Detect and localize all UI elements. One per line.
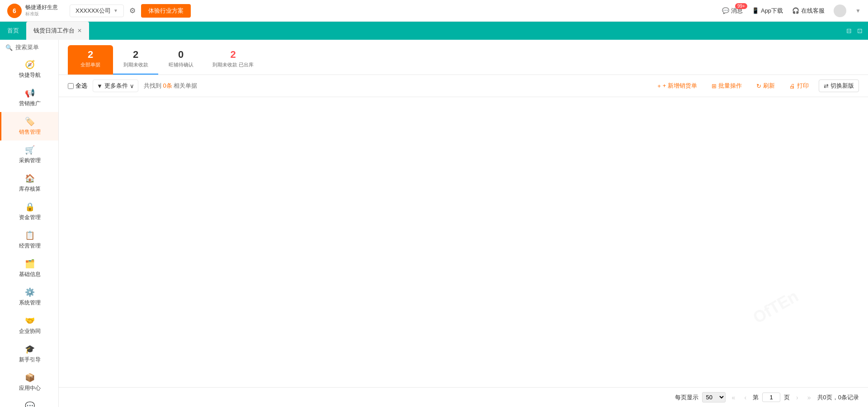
select-all-checkbox[interactable]: 全选 (68, 82, 87, 90)
toolbar-right: + + 新增销货单 ⊞ 批量操作 ↻ 刷新 🖨 打印 ⇄ 切换新版 (653, 80, 859, 92)
switch-version-button[interactable]: ⇄ 切换新版 (819, 80, 859, 92)
select-all-label: 全选 (75, 82, 87, 90)
service-icon: 🎧 (792, 7, 799, 14)
found-prefix: 共找到 (144, 82, 161, 89)
pagination: 每页显示 50 100 « ‹ 第 页 › » 共0页，0条记录 (59, 387, 868, 407)
print-btn-label: 打印 (797, 82, 809, 90)
sales-icon: 🏷️ (25, 117, 35, 126)
trial-button[interactable]: 体验行业方案 (141, 4, 191, 18)
sidebar-item-marketing[interactable]: 📢 营销推广 (0, 84, 58, 112)
tab-home-label: 首页 (7, 27, 19, 35)
user-name[interactable]: ▼ (855, 8, 861, 14)
purchase-icon: 🛒 (25, 145, 35, 155)
company-name: XXXXXX公司 (75, 7, 111, 15)
sidebar-item-guide-label: 新手引导 (19, 356, 41, 364)
sidebar-item-purchase[interactable]: 🛒 采购管理 (0, 140, 58, 169)
page-size-label: 每页显示 (675, 393, 698, 402)
avatar[interactable] (834, 5, 846, 17)
page-label: 第 (753, 393, 759, 402)
sidebar-search[interactable]: 🔍 搜索菜单 (0, 40, 58, 55)
capital-icon: 🔒 (25, 202, 35, 212)
sidebar-item-system[interactable]: ⚙️ 系统管理 (0, 283, 58, 311)
basic-info-icon: 🗂️ (25, 259, 35, 269)
download-icon: 📱 (752, 7, 759, 14)
summary-tab-all[interactable]: 2 全部单据 (68, 45, 113, 75)
tab-home[interactable]: 首页 (0, 22, 26, 40)
filter-icon: ▼ (97, 83, 103, 89)
page-size-select[interactable]: 50 100 (702, 392, 726, 402)
enterprise-icon: 🤝 (25, 316, 35, 326)
close-tab-icon[interactable]: ✕ (77, 28, 82, 34)
marketing-icon: 📢 (25, 88, 35, 98)
enterprise-wx-icon: 💬 (25, 401, 35, 407)
prev-page-button[interactable]: ‹ (741, 393, 749, 402)
next-page-button[interactable]: › (793, 393, 801, 402)
tab-work-bench-label: 钱货日清工作台 (33, 27, 75, 35)
message-button[interactable]: 💬 消息 99+ (722, 7, 743, 15)
tab-all-count: 2 (77, 49, 104, 61)
sidebar-item-basic-info-label: 基础信息 (19, 271, 41, 278)
refresh-button[interactable]: ↻ 刷新 (752, 80, 779, 92)
found-suffix: 相关单据 (174, 82, 197, 89)
print-button[interactable]: 🖨 打印 (785, 80, 813, 92)
refresh-icon: ↻ (756, 83, 761, 89)
tab-overdue-shipped-label: 到期未收款 已出库 (212, 61, 254, 68)
print-icon: 🖨 (789, 83, 795, 89)
sidebar-item-enterprise-label: 企业协同 (19, 327, 41, 335)
select-all-input[interactable] (68, 83, 74, 89)
add-sales-order-button[interactable]: + + 新增销货单 (653, 80, 702, 92)
chevron-down-icon: ▼ (113, 8, 118, 13)
app-download-label: App下载 (761, 7, 783, 15)
message-icon: 💬 (722, 7, 729, 14)
sidebar-item-enterprise[interactable]: 🤝 企业协同 (0, 311, 58, 340)
online-service-label: 在线客服 (801, 7, 825, 15)
sidebar-item-guide[interactable]: 🎓 新手引导 (0, 340, 58, 368)
maximize-icon[interactable]: ⊡ (857, 27, 863, 34)
add-icon: + (657, 83, 661, 89)
first-page-button[interactable]: « (729, 393, 738, 402)
sidebar-item-enterprise-wx[interactable]: 💬 企业微信 (0, 397, 58, 407)
online-service-button[interactable]: 🎧 在线客服 (792, 7, 825, 15)
logo-area: 6 畅捷通好生意 标准版 (7, 4, 66, 18)
sidebar-item-operations[interactable]: 📋 经营管理 (0, 226, 58, 254)
operations-icon: 📋 (25, 230, 35, 240)
message-badge: 99+ (735, 3, 747, 9)
sidebar-item-capital[interactable]: 🔒 资金管理 (0, 197, 58, 226)
batch-btn-label: 批量操作 (718, 82, 742, 90)
sidebar-item-sales[interactable]: 🏷️ 销售管理 (0, 112, 58, 140)
app-name: 畅捷通好生意 (25, 4, 58, 11)
app-download-button[interactable]: 📱 App下载 (752, 7, 783, 15)
filter-label: 更多条件 (104, 82, 128, 90)
system-icon: ⚙️ (25, 287, 35, 297)
sidebar-item-operations-label: 经营管理 (19, 242, 41, 250)
company-selector[interactable]: XXXXXX公司 ▼ (70, 5, 124, 17)
summary-tab-overdue[interactable]: 2 到期未收款 (113, 45, 158, 75)
sidebar: 🔍 搜索菜单 🧭 快捷导航 📢 营销推广 🏷️ 销售管理 🛒 采购管理 🏠 库存… (0, 40, 59, 407)
sidebar-item-quick-nav[interactable]: 🧭 快捷导航 (0, 55, 58, 84)
sidebar-item-inventory[interactable]: 🏠 库存核算 (0, 169, 58, 197)
content-area: 2 全部单据 2 到期未收款 0 旺辅待确认 2 到期未收款 已出库 全选 (59, 40, 868, 407)
filter-button[interactable]: ▼ 更多条件 ∨ (93, 80, 138, 92)
sidebar-item-basic-info[interactable]: 🗂️ 基础信息 (0, 254, 58, 283)
quick-nav-icon: 🧭 (25, 60, 35, 70)
batch-icon: ⊞ (712, 83, 717, 89)
last-page-button[interactable]: » (805, 393, 814, 402)
sidebar-item-app-center[interactable]: 📦 应用中心 (0, 368, 58, 397)
batch-operation-button[interactable]: ⊞ 批量操作 (707, 80, 746, 92)
summary-tab-overdue-shipped[interactable]: 2 到期未收款 已出库 (203, 45, 263, 75)
sidebar-item-marketing-label: 营销推广 (19, 100, 41, 108)
page-number-input[interactable] (762, 393, 780, 402)
user-name-text: ▼ (855, 8, 861, 14)
sidebar-item-app-center-label: 应用中心 (19, 384, 41, 392)
refresh-btn-label: 刷新 (763, 82, 775, 90)
top-bar: 6 畅捷通好生意 标准版 XXXXXX公司 ▼ ⚙ 体验行业方案 💬 消息 99… (0, 0, 868, 22)
sidebar-item-inventory-label: 库存核算 (19, 185, 41, 193)
settings-icon[interactable]: ⚙ (129, 6, 136, 15)
sidebar-item-capital-label: 资金管理 (19, 214, 41, 221)
tab-pending-count: 0 (167, 49, 194, 61)
add-btn-label: + 新增销货单 (663, 82, 697, 90)
summary-tab-pending[interactable]: 0 旺辅待确认 (158, 45, 203, 75)
sidebar-item-sales-label: 销售管理 (19, 128, 41, 136)
tab-work-bench[interactable]: 钱货日清工作台 ✕ (26, 22, 89, 40)
minimize-icon[interactable]: ⊟ (846, 27, 852, 34)
